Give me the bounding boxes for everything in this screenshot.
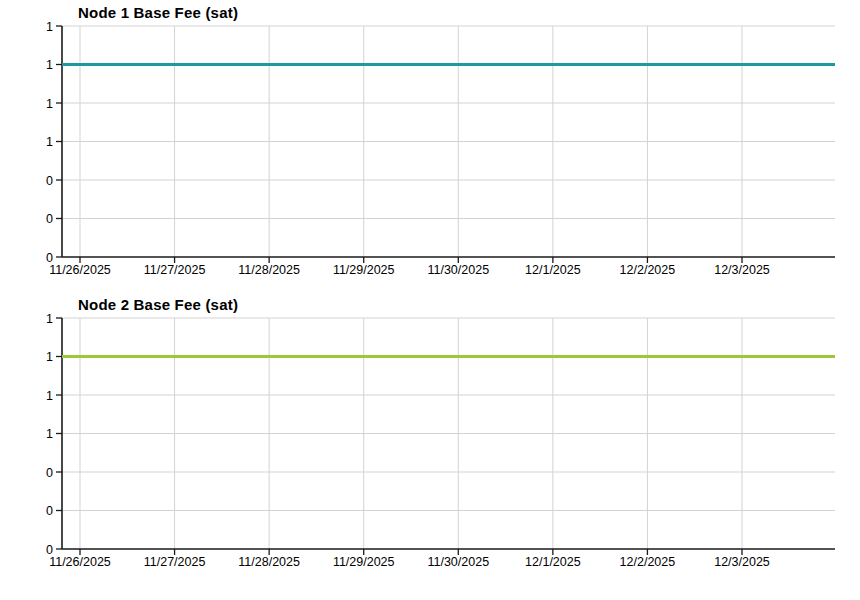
y-tick-label: 0 [46, 174, 53, 188]
y-tick-label: 1 [46, 135, 53, 149]
x-tick-label: 11/26/2025 [49, 555, 111, 569]
node2-plot-area: 111100011/26/202511/27/202511/28/202511/… [0, 292, 860, 584]
chart-title: Node 2 Base Fee (sat) [78, 296, 238, 313]
x-tick-label: 12/3/2025 [714, 555, 770, 569]
y-tick-label: 0 [46, 212, 53, 226]
x-tick-label: 11/27/2025 [144, 263, 206, 277]
y-tick-label: 1 [46, 427, 53, 441]
x-tick-label: 11/28/2025 [238, 263, 300, 277]
x-tick-label: 11/27/2025 [144, 555, 206, 569]
x-tick-label: 12/1/2025 [525, 263, 581, 277]
x-tick-label: 12/2/2025 [620, 555, 676, 569]
y-tick-label: 0 [46, 504, 53, 518]
x-tick-label: 11/28/2025 [238, 555, 300, 569]
chart-title: Node 1 Base Fee (sat) [78, 4, 238, 21]
y-tick-label: 1 [46, 97, 53, 111]
node1-plot-area: 111100011/26/202511/27/202511/28/202511/… [0, 0, 860, 292]
y-tick-label: 1 [46, 350, 53, 364]
x-tick-label: 11/30/2025 [427, 263, 489, 277]
x-tick-label: 11/29/2025 [333, 555, 395, 569]
y-tick-label: 0 [46, 466, 53, 480]
x-tick-label: 12/3/2025 [714, 263, 770, 277]
y-tick-label: 1 [46, 389, 53, 403]
x-tick-label: 11/26/2025 [49, 263, 111, 277]
y-tick-label: 1 [46, 58, 53, 72]
x-tick-label: 11/30/2025 [427, 555, 489, 569]
x-tick-label: 12/1/2025 [525, 555, 581, 569]
x-tick-label: 11/29/2025 [333, 263, 395, 277]
y-tick-label: 1 [46, 20, 53, 34]
node1-base-fee-chart: 111100011/26/202511/27/202511/28/202511/… [0, 0, 860, 292]
node2-base-fee-chart: 111100011/26/202511/27/202511/28/202511/… [0, 292, 860, 584]
y-tick-label: 1 [46, 312, 53, 326]
x-tick-label: 12/2/2025 [620, 263, 676, 277]
fee-charts-page: 111100011/26/202511/27/202511/28/202511/… [0, 0, 860, 600]
